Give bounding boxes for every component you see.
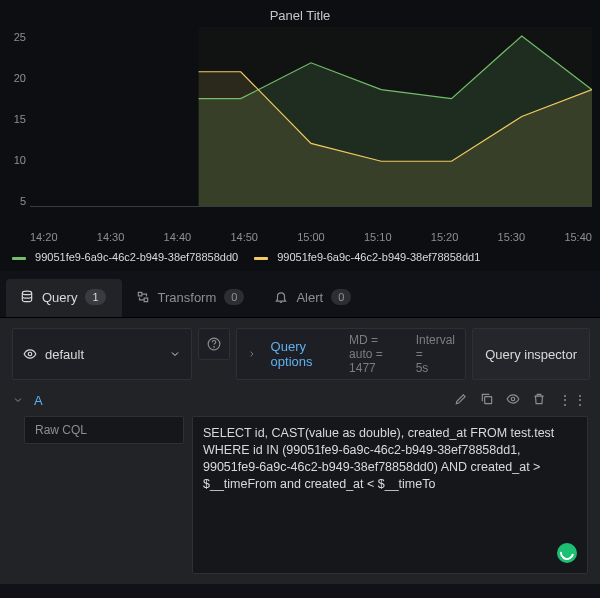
pencil-icon	[454, 392, 468, 406]
y-tick: 25	[14, 31, 26, 43]
raw-cql-input[interactable]: SELECT id, CAST(value as double), create…	[192, 416, 588, 574]
legend-label: 99051fe9-6a9c-46c2-b949-38ef78858dd1	[277, 251, 480, 263]
legend-swatch-icon	[12, 257, 26, 260]
toggle-visibility-button[interactable]	[506, 392, 520, 408]
chart-area[interactable]: 25 20 15 10 5	[0, 27, 600, 227]
copy-icon	[480, 392, 494, 406]
editor-tabs: Query 1 Transform 0 Alert 0	[0, 271, 600, 318]
legend: 99051fe9-6a9c-46c2-b949-38ef78858dd0 990…	[0, 245, 600, 271]
y-axis: 25 20 15 10 5	[0, 27, 30, 207]
tab-badge: 0	[224, 289, 244, 305]
chevron-right-icon	[247, 348, 257, 360]
query-body: Raw CQL SELECT id, CAST(value as double)…	[0, 412, 600, 574]
legend-label: 99051fe9-6a9c-46c2-b949-38ef78858dd0	[35, 251, 238, 263]
query-editor: default Query options MD = auto = 1477 I…	[0, 318, 600, 584]
trash-icon	[532, 392, 546, 406]
qopts-interval-label: Interval =	[416, 333, 456, 361]
transform-icon	[136, 290, 150, 304]
drag-handle-icon[interactable]: ⋮⋮	[558, 392, 588, 408]
query-row-header: A ⋮⋮	[0, 386, 600, 412]
database-icon	[20, 290, 34, 304]
query-inspector-label: Query inspector	[485, 347, 577, 362]
bell-icon	[274, 290, 288, 304]
raw-cql-text: SELECT id, CAST(value as double), create…	[203, 426, 554, 491]
query-options[interactable]: Query options MD = auto = 1477 Interval …	[236, 328, 466, 380]
grammarly-icon[interactable]	[557, 543, 577, 563]
query-inspector-button[interactable]: Query inspector	[472, 328, 590, 380]
x-tick: 14:20	[30, 231, 58, 243]
y-tick: 10	[14, 154, 26, 166]
tab-label: Query	[42, 290, 77, 305]
y-tick: 15	[14, 113, 26, 125]
qopts-interval-value: 5s	[416, 361, 456, 375]
svg-rect-5	[485, 397, 492, 404]
duplicate-query-button[interactable]	[480, 392, 494, 408]
x-tick: 15:20	[431, 231, 459, 243]
eye-icon	[506, 392, 520, 406]
datasource-select[interactable]: default	[12, 328, 192, 380]
y-tick: 5	[20, 195, 26, 207]
svg-point-2	[28, 352, 32, 356]
delete-query-button[interactable]	[532, 392, 546, 408]
tab-alert[interactable]: Alert 0	[260, 279, 367, 317]
svg-point-1	[22, 291, 31, 295]
eye-icon	[23, 347, 37, 361]
legend-swatch-icon	[254, 257, 268, 260]
legend-item[interactable]: 99051fe9-6a9c-46c2-b949-38ef78858dd1	[254, 251, 480, 263]
chevron-down-icon	[169, 348, 181, 360]
svg-point-4	[214, 347, 215, 348]
x-tick: 14:50	[230, 231, 258, 243]
tab-badge: 1	[85, 289, 105, 305]
tab-label: Transform	[158, 290, 217, 305]
query-toolbar: default Query options MD = auto = 1477 I…	[0, 318, 600, 386]
x-tick: 15:30	[498, 231, 526, 243]
tab-label: Alert	[296, 290, 323, 305]
raw-cql-label: Raw CQL	[24, 416, 184, 444]
edit-query-button[interactable]	[454, 392, 468, 408]
panel-title: Panel Title	[0, 6, 600, 27]
query-row-actions: ⋮⋮	[454, 392, 588, 408]
x-tick: 15:00	[297, 231, 325, 243]
y-tick: 20	[14, 72, 26, 84]
svg-point-6	[511, 397, 515, 401]
tab-badge: 0	[331, 289, 351, 305]
datasource-help-button[interactable]	[198, 328, 230, 360]
query-options-label: Query options	[271, 339, 335, 369]
help-icon	[207, 337, 221, 351]
x-axis: 14:20 14:30 14:40 14:50 15:00 15:10 15:2…	[0, 227, 600, 245]
query-ref-id[interactable]: A	[34, 393, 43, 408]
plot-svg	[30, 27, 592, 206]
x-tick: 14:30	[97, 231, 125, 243]
tab-transform[interactable]: Transform 0	[122, 279, 261, 317]
qopts-md-value: 1477	[349, 361, 402, 375]
tab-query[interactable]: Query 1	[6, 279, 122, 317]
x-tick: 15:40	[564, 231, 592, 243]
qopts-md-label: MD = auto =	[349, 333, 402, 361]
x-tick: 14:40	[164, 231, 192, 243]
collapse-toggle[interactable]	[12, 394, 24, 406]
chart-panel: Panel Title 25 20 15 10 5 14:20 14:3	[0, 0, 600, 271]
x-tick: 15:10	[364, 231, 392, 243]
datasource-name: default	[45, 347, 84, 362]
legend-item[interactable]: 99051fe9-6a9c-46c2-b949-38ef78858dd0	[12, 251, 238, 263]
plot-area[interactable]	[30, 27, 592, 207]
